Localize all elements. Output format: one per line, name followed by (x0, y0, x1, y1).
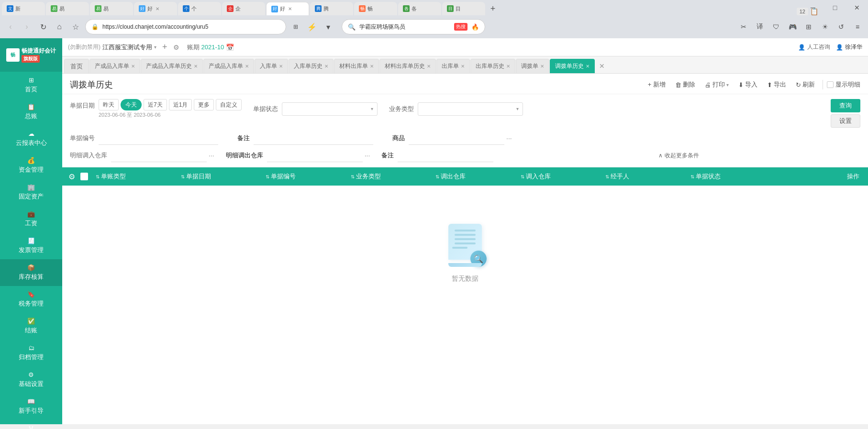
query-button[interactable]: 查询 (831, 99, 860, 112)
status-select[interactable]: ▾ (282, 102, 378, 116)
new-tab-button[interactable]: + (486, 2, 500, 15)
home-button[interactable]: ⌂ (53, 20, 66, 33)
sidebar-item-report[interactable]: ☁ 云报表中心 (0, 125, 62, 152)
theme-tool[interactable]: ☀ (818, 20, 832, 33)
bookmark-button[interactable]: ☆ (69, 20, 82, 33)
browser-tab-10[interactable]: 各 各 (398, 2, 441, 15)
sidebar-item-close[interactable]: ✅ 结账 (0, 313, 62, 340)
app-tab-6[interactable]: 材料出库单 ✕ (334, 59, 379, 73)
browser-tab-11[interactable]: 目 目 (442, 2, 485, 15)
lightning-button[interactable]: ⚡ (305, 20, 319, 33)
col-handler[interactable]: ⇅ 经手人 (600, 172, 683, 181)
dropdown-button[interactable]: ▾ (322, 20, 335, 33)
app-tab-home[interactable]: 首页 (64, 59, 89, 73)
goods-input[interactable]: ··· (409, 132, 512, 145)
app-tab-10-close[interactable]: ✕ (540, 64, 544, 69)
browser-tab-2[interactable]: 易 易 (46, 2, 89, 15)
filter-settings-button[interactable]: 设置 (831, 114, 860, 128)
business-type-select[interactable]: ▾ (418, 102, 523, 116)
table-select-all[interactable] (80, 173, 88, 180)
browser-tab-8[interactable]: 腾 腾 (310, 2, 353, 15)
grid-tool[interactable]: ⊞ (802, 20, 815, 33)
table-gear-button[interactable]: ⚙ (65, 170, 78, 183)
doc-number-input[interactable] (99, 132, 218, 145)
tab7-close[interactable]: ✕ (288, 6, 292, 11)
address-bar[interactable]: 🔒 https://cloud.chanjet.com/accounting/u… (85, 19, 286, 34)
browser-tab-1[interactable]: 文 新 (2, 2, 45, 15)
date-btn-1month[interactable]: 近1月 (169, 99, 192, 110)
app-tab-8-close[interactable]: ✕ (461, 64, 465, 69)
col-date[interactable]: ⇅ 单据日期 (175, 172, 258, 181)
tab4-close[interactable]: ✕ (156, 6, 159, 11)
app-tab-8[interactable]: 出库单 ✕ (436, 59, 470, 73)
browser-tab-5[interactable]: 个 个 (178, 2, 221, 15)
add-company-button[interactable]: + (160, 42, 169, 52)
sidebar-item-ledger[interactable]: 📋 总账 (0, 99, 62, 125)
app-tab-1-close[interactable]: ✕ (131, 64, 135, 69)
browser-tab-7[interactable]: 好 好 ✕ (266, 2, 309, 15)
delete-button[interactable]: 🗑 删除 (671, 78, 699, 91)
app-tab-9[interactable]: 出库单历史 ✕ (470, 59, 515, 73)
col-in-warehouse[interactable]: ⇅ 调入仓库 (515, 172, 598, 181)
app-tab-3[interactable]: 产成品入库单 ✕ (203, 59, 254, 73)
app-tab-11-active[interactable]: 调拨单历史 ✕ (550, 59, 595, 73)
sidebar-item-tax[interactable]: 🔖 税务管理 (0, 286, 62, 313)
settings-gear-button[interactable]: ⚙ (173, 44, 179, 51)
app-tab-9-close[interactable]: ✕ (506, 64, 510, 69)
app-tab-6-close[interactable]: ✕ (370, 64, 374, 69)
app-tab-7[interactable]: 材料出库单历史 ✕ (379, 59, 436, 73)
print-button[interactable]: 🖨 打印 ▾ (701, 78, 733, 91)
col-number[interactable]: ⇅ 单据编号 (260, 172, 343, 181)
new-button[interactable]: + 新增 (644, 78, 669, 91)
app-tab-5-close[interactable]: ✕ (324, 64, 328, 69)
detail-in-dots-icon[interactable]: ··· (209, 152, 214, 159)
col-status[interactable]: ⇅ 单据状态 (685, 172, 839, 181)
close-all-button[interactable]: ✕ (597, 59, 607, 73)
col-business-type[interactable]: ⇅ 业务类型 (345, 172, 428, 181)
minimize-button[interactable]: ─ (802, 0, 824, 15)
menu-tool[interactable]: ≡ (851, 20, 864, 33)
calendar-icon[interactable]: 📅 (226, 44, 234, 51)
game-tool[interactable]: 🎮 (786, 20, 799, 33)
date-btn-7days[interactable]: 近7天 (144, 99, 167, 110)
browser-tab-3[interactable]: 易 易 (90, 2, 133, 15)
period-value[interactable]: 2021-10 (201, 44, 224, 51)
refresh-page-button[interactable]: ↻ 刷新 (792, 78, 819, 91)
col-doc-type[interactable]: ⇅ 单账类型 (90, 172, 173, 181)
sidebar-item-finance[interactable]: 💰 资金管理 (0, 152, 62, 179)
remark2-input[interactable] (398, 149, 493, 162)
export-button[interactable]: ⬆ 导出 (763, 78, 790, 91)
sidebar-item-home[interactable]: ⊞ 首页 (0, 72, 62, 99)
sidebar-item-assets[interactable]: 🏢 固定资产 (0, 179, 62, 206)
app-tab-2[interactable]: 产成品入库单历史 ✕ (141, 59, 203, 73)
sidebar-item-member[interactable]: V 畅会员 (0, 420, 62, 429)
close-window-button[interactable]: ✕ (846, 0, 868, 15)
app-tab-1[interactable]: 产成品入库单 ✕ (89, 59, 140, 73)
sidebar-item-archive[interactable]: 🗂 归档管理 (0, 340, 62, 366)
app-tab-11-close[interactable]: ✕ (586, 64, 590, 69)
shield-tool[interactable]: 🛡 (769, 20, 783, 33)
service-button[interactable]: 👤 人工咨询 (798, 43, 830, 51)
sidebar-item-settings[interactable]: ⚙ 基础设置 (0, 366, 62, 393)
sidebar-item-invoice[interactable]: 🧾 发票管理 (0, 232, 62, 259)
extensions-button[interactable]: ⊞ (289, 20, 302, 33)
maximize-button[interactable]: □ (824, 0, 846, 15)
app-tab-3-close[interactable]: ✕ (245, 64, 249, 69)
col-out-warehouse[interactable]: ⇅ 调出仓库 (430, 172, 513, 181)
sidebar-item-guide[interactable]: 📖 新手引导 (0, 393, 62, 420)
browser-tab-4[interactable]: 好 好 ✕ (134, 2, 177, 15)
translate-tool[interactable]: 译 (753, 20, 767, 33)
refresh-button[interactable]: ↻ (36, 20, 50, 33)
import-button[interactable]: ⬇ 导入 (734, 78, 761, 91)
app-tab-4[interactable]: 入库单 ✕ (255, 59, 288, 73)
date-btn-yesterday[interactable]: 昨天 (99, 99, 119, 110)
forward-button[interactable]: › (20, 20, 33, 33)
sidebar-item-salary[interactable]: 💼 工资 (0, 206, 62, 232)
date-btn-today[interactable]: 今天 (121, 99, 142, 110)
undo-tool[interactable]: ↺ (835, 20, 848, 33)
app-tab-4-close[interactable]: ✕ (279, 64, 283, 69)
app-tab-10[interactable]: 调拨单 ✕ (516, 59, 549, 73)
show-all-checkbox[interactable]: 显示明细 (827, 80, 860, 89)
detail-out-dots-icon[interactable]: ··· (365, 152, 370, 159)
browser-tab-6[interactable]: 企 企 (222, 2, 265, 15)
